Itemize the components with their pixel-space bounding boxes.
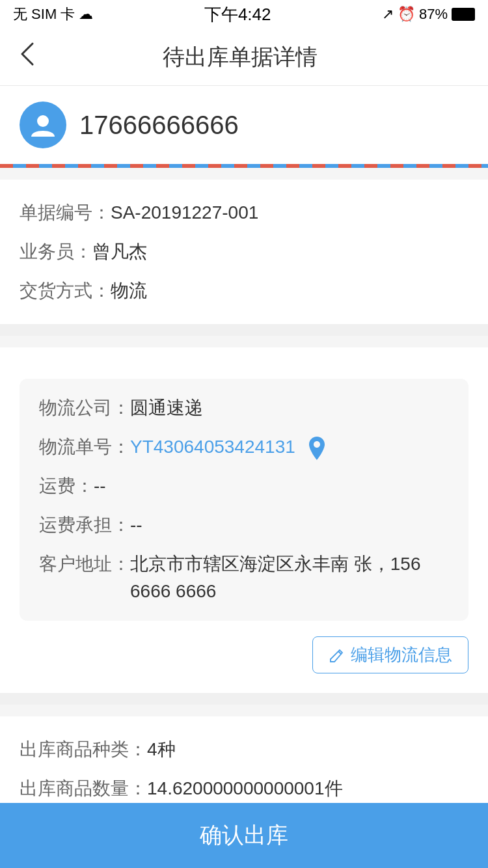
status-right: ↗ ⏰ 87%: [382, 6, 475, 23]
outbound-qty-row: 出库商品数量： 14.620000000000001件: [20, 775, 468, 802]
svg-point-0: [37, 115, 49, 127]
confirm-outbound-button[interactable]: 确认出库: [200, 821, 288, 850]
back-button[interactable]: [20, 41, 35, 73]
salesman-row: 业务员： 曾凡杰: [20, 238, 468, 265]
delivery-value: 物流: [111, 277, 468, 305]
logistics-company-label: 物流公司：: [39, 394, 130, 422]
gray-separator-2: [0, 693, 488, 705]
tracking-label: 物流单号：: [39, 433, 130, 461]
sim-status: 无 SIM 卡 ☁: [13, 5, 93, 24]
outbound-type-label: 出库商品种类：: [20, 736, 147, 763]
tracking-value: YT43064053424131: [130, 433, 449, 461]
customer-header: 17666666666: [0, 86, 488, 164]
nav-bar: 待出库单据详情: [0, 29, 488, 86]
alarm-icon: ⏰: [398, 6, 415, 23]
logistics-card: 物流公司： 圆通速递 物流单号： YT43064053424131 运费： --…: [20, 379, 468, 621]
location-icon: ↗: [382, 6, 394, 23]
freight-value: --: [94, 472, 449, 500]
battery-icon: [452, 8, 475, 21]
dashed-divider: [0, 164, 488, 168]
delivery-row: 交货方式： 物流: [20, 277, 468, 305]
page-title: 待出库单据详情: [48, 42, 432, 72]
gray-separator-1: [0, 324, 488, 336]
salesman-value: 曾凡杰: [92, 238, 468, 265]
logistics-section: 物流公司： 圆通速递 物流单号： YT43064053424131 运费： --…: [0, 347, 488, 693]
freight-row: 运费： --: [39, 472, 449, 500]
order-no-label: 单据编号：: [20, 199, 111, 226]
basic-info-section: 单据编号： SA-20191227-001 业务员： 曾凡杰 交货方式： 物流: [0, 180, 488, 324]
freight-bearer-label: 运费承担：: [39, 511, 130, 539]
logistics-company-row: 物流公司： 圆通速递: [39, 394, 449, 422]
address-value: 北京市市辖区海淀区永丰南 张，156 6666 6666: [130, 550, 449, 605]
outbound-qty-value: 14.620000000000001件: [147, 775, 468, 802]
tracking-row: 物流单号： YT43064053424131: [39, 433, 449, 461]
location-icon: [307, 437, 327, 460]
address-row: 客户地址： 北京市市辖区海淀区永丰南 张，156 6666 6666: [39, 550, 449, 605]
freight-bearer-row: 运费承担： --: [39, 511, 449, 539]
order-no-value: SA-20191227-001: [111, 199, 468, 226]
delivery-label: 交货方式：: [20, 277, 111, 305]
status-left: 无 SIM 卡 ☁: [13, 5, 93, 24]
battery-text: 87%: [419, 6, 448, 23]
customer-phone: 17666666666: [79, 111, 239, 140]
logistics-company-value: 圆通速递: [130, 394, 449, 422]
order-no-row: 单据编号： SA-20191227-001: [20, 199, 468, 226]
edit-btn-row: 编辑物流信息: [20, 636, 468, 673]
freight-bearer-value: --: [130, 511, 449, 539]
freight-label: 运费：: [39, 472, 94, 500]
status-bar: 无 SIM 卡 ☁ 下午4:42 ↗ ⏰ 87%: [0, 0, 488, 29]
avatar: [20, 102, 66, 148]
outbound-qty-label: 出库商品数量：: [20, 775, 147, 802]
outbound-type-row: 出库商品种类： 4种: [20, 736, 468, 763]
status-time: 下午4:42: [204, 3, 271, 26]
bottom-bar: 确认出库: [0, 803, 488, 868]
address-label: 客户地址：: [39, 550, 130, 578]
outbound-type-value: 4种: [147, 736, 468, 763]
edit-logistics-button[interactable]: 编辑物流信息: [312, 636, 468, 673]
edit-icon: [329, 647, 346, 664]
salesman-label: 业务员：: [20, 238, 92, 265]
edit-logistics-label: 编辑物流信息: [351, 644, 452, 666]
